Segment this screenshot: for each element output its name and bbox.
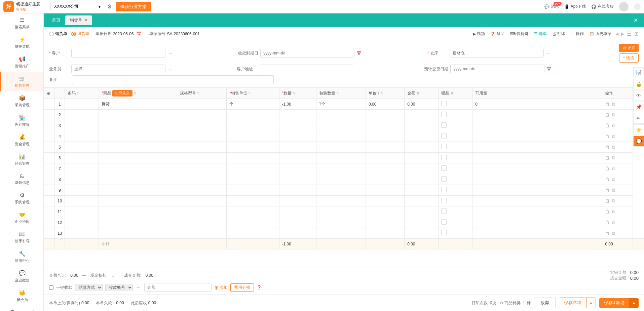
operations-btn[interactable]: ⋯ 操作 <box>569 30 585 37</box>
window-close-icon[interactable]: ✕ <box>631 16 641 25</box>
sidebar-item-sales[interactable]: 🛒 销售管理 <box>0 72 43 91</box>
row-gift[interactable] <box>439 228 472 239</box>
expense-split-btn[interactable]: 费用分摊 <box>230 283 254 292</box>
save-draft-button[interactable]: 保存草稿 <box>559 298 586 308</box>
delete-row-icon[interactable]: 🗑 <box>605 209 610 215</box>
sidebar-item-member[interactable]: 👑 畅会员 <box>0 286 43 306</box>
cash-discount-info-icon[interactable]: ℹ <box>112 273 114 278</box>
price-info-icon[interactable]: ℹ <box>378 91 379 95</box>
row-gift[interactable] <box>439 196 472 206</box>
account-more-btn[interactable]: ··· <box>136 285 142 290</box>
copy-row-icon[interactable]: ⧉ <box>612 220 615 225</box>
copy-row-icon[interactable]: ⧉ <box>612 209 615 215</box>
tab-home[interactable]: 首页 <box>47 15 65 25</box>
copy-row-icon[interactable]: ⧉ <box>612 198 615 204</box>
float-btn-4[interactable]: 📌 <box>633 102 644 112</box>
row-gift[interactable] <box>439 153 472 163</box>
sidebar-item-finance[interactable]: 💰 资金管理 <box>0 130 43 150</box>
setup-button[interactable]: ⚙ 设置 <box>619 44 639 52</box>
customer-input[interactable] <box>71 49 165 57</box>
sidebar-item-marketing[interactable]: 📢 营销推广 <box>0 52 43 72</box>
salesman-more-btn[interactable]: ··· <box>167 67 174 71</box>
message-btn[interactable]: 💬 消息 99+ <box>544 4 559 9</box>
float-btn-2[interactable]: 🔒 <box>633 79 644 89</box>
online-service-btn[interactable]: 🎧 在线客服 <box>591 4 614 9</box>
settings-bottom-icon[interactable]: ⚙ <box>10 309 15 311</box>
video-btn[interactable]: ▶ 视频 <box>471 30 486 37</box>
view-toggle-list[interactable]: ☰ <box>627 31 632 37</box>
copy-row-icon[interactable]: ⧉ <box>612 144 615 150</box>
copy-row-icon[interactable]: ⧉ <box>612 177 615 182</box>
avatar-dropdown[interactable] <box>634 3 641 10</box>
sidebar-item-inventory[interactable]: 🏪 库存核算 <box>0 111 43 130</box>
payment-calendar-icon[interactable]: 📅 <box>356 51 362 55</box>
radio-sales[interactable]: 销货单 <box>49 31 67 37</box>
collapse-icon[interactable]: ◀ <box>29 309 33 311</box>
row-gift[interactable] <box>439 185 472 196</box>
remark-input[interactable] <box>72 75 274 84</box>
sort-qty-icon[interactable]: ⇅ <box>293 91 296 95</box>
sidebar-item-system[interactable]: ⚙ 系统管理 <box>0 189 43 208</box>
save-draft-chevron[interactable]: ▲ <box>586 298 596 308</box>
view-toggle-grid[interactable]: ⊞ <box>634 31 639 37</box>
sidebar-item-wechat[interactable]: 💬 企业微信 <box>0 267 43 286</box>
sidebar-item-quick-nav[interactable]: ⚡ 快捷导航 <box>0 33 43 52</box>
row-gift[interactable] <box>439 163 472 174</box>
row-gift[interactable] <box>439 131 472 142</box>
nav-next-icon[interactable]: ▶ <box>621 32 624 36</box>
settings-gear-icon[interactable]: ⚙ <box>107 3 112 10</box>
one-pay-checkbox[interactable] <box>49 285 53 290</box>
radio-return[interactable]: 退货单 <box>71 31 89 37</box>
float-btn-orange[interactable]: 💬 <box>633 136 644 147</box>
row-gift[interactable] <box>439 99 472 110</box>
sort-gift-icon[interactable]: ⇅ <box>451 91 453 95</box>
save-new-chevron[interactable]: ▲ <box>629 298 639 308</box>
delete-row-icon[interactable]: 🗑 <box>605 166 610 171</box>
product-kind-radio[interactable]: ⊙ <box>500 301 503 305</box>
sort-product-icon[interactable]: ⇅ <box>134 91 137 95</box>
scan-button[interactable]: 扫码录入 <box>112 90 132 96</box>
help-btn[interactable]: ❓ 帮助 <box>489 30 506 37</box>
copy-row-icon[interactable]: ⧉ <box>612 112 615 118</box>
row-gift[interactable] <box>439 217 472 228</box>
delete-row-icon[interactable]: 🗑 <box>605 133 610 139</box>
copy-row-icon[interactable]: ⧉ <box>612 123 615 128</box>
delete-row-icon[interactable]: 🗑 <box>605 123 610 128</box>
delete-row-icon[interactable]: 🗑 <box>605 198 610 204</box>
sidebar-item-enterprise[interactable]: 🤝 企业协同 <box>0 208 43 228</box>
account-select[interactable]: 收款账号 <box>105 284 133 291</box>
sort-unit-icon[interactable]: ⇅ <box>248 91 251 95</box>
sidebar-item-base-info[interactable]: 🗂 基础信息 <box>0 169 43 189</box>
copy-row-icon[interactable]: ⧉ <box>612 155 615 161</box>
abandon-button[interactable]: 放弃 <box>534 298 556 308</box>
copy-row-icon[interactable]: ⧉ <box>612 133 615 139</box>
copy-row-icon[interactable]: ⧉ <box>612 101 615 107</box>
select-list-btn[interactable]: ☰ 选单 <box>533 30 548 37</box>
customer-more-btn[interactable]: ··· <box>167 51 174 55</box>
float-btn-6[interactable]: ⭐ <box>633 124 644 135</box>
copy-row-icon[interactable]: ⧉ <box>612 166 615 171</box>
copy-row-icon[interactable]: ⧉ <box>612 187 615 193</box>
row-gift[interactable] <box>439 110 472 120</box>
copy-row-icon[interactable]: ⧉ <box>612 230 615 236</box>
expected-date-input[interactable] <box>450 65 544 73</box>
history-btn[interactable]: 📋 历史单据 <box>588 30 613 37</box>
addr-more-btn[interactable]: ··· <box>355 67 361 71</box>
sidebar-item-operations[interactable]: 📊 经营管理 <box>0 150 43 169</box>
save-new-button[interactable]: 保存&新增 <box>599 298 629 308</box>
delete-row-icon[interactable]: 🗑 <box>605 177 610 182</box>
float-btn-5[interactable]: ✏ <box>633 113 644 124</box>
calc-method-select[interactable]: 结算方式 <box>75 284 103 291</box>
salesman-input[interactable] <box>71 65 165 73</box>
sort-pkg-icon[interactable]: ⇅ <box>336 91 339 95</box>
sidebar-item-guide[interactable]: 📖 新手引导 <box>0 228 43 247</box>
expected-date-calendar-icon[interactable]: 📅 <box>546 67 552 71</box>
delete-row-icon[interactable]: 🗑 <box>605 144 610 150</box>
date-picker-icon[interactable]: 📅 <box>136 32 141 36</box>
print-btn[interactable]: 🖨 打印 <box>551 30 567 37</box>
app-download-btn[interactable]: 📱 App下载 <box>564 4 586 9</box>
expense-info-icon[interactable]: ❓ <box>257 285 262 290</box>
nav-prev-icon[interactable]: ◀ <box>615 32 618 36</box>
sidebar-item-apps[interactable]: 🔧 应用中心 <box>0 247 43 267</box>
logistics-button[interactable]: + 物流 <box>619 53 639 63</box>
